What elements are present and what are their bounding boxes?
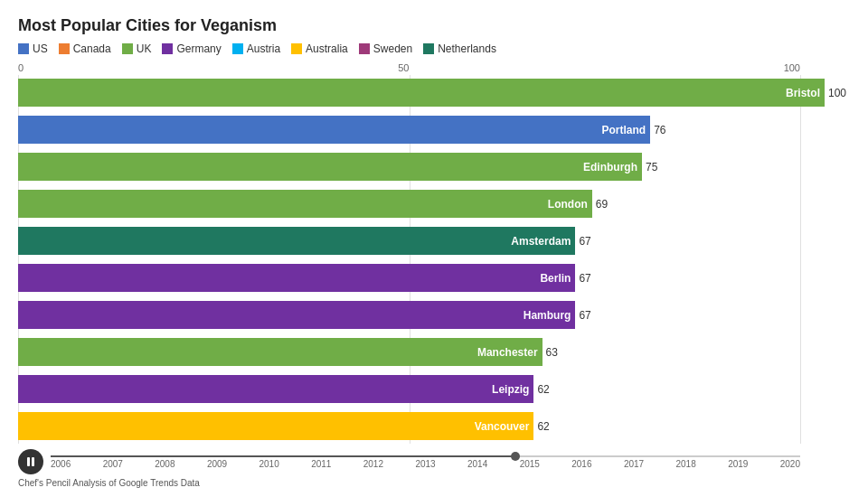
timeline-year-label: 2012 [363,459,383,469]
legend-item: UK [122,42,152,55]
bar-row: Hamburg67 [18,297,850,333]
pause-button[interactable] [18,449,43,474]
bar-row: Leipzig62 [18,371,850,407]
bar-city-label: Portland [602,124,651,136]
axis-label-100: 100 [784,62,800,73]
bar-hamburg: Hamburg [18,301,575,330]
bar-wrapper: Bristol100 [18,75,850,110]
bar-berlin: Berlin [18,264,575,293]
bar-city-label: Amsterdam [511,235,575,248]
timeline-year-label: 2016 [571,459,591,469]
footer-text: Chef's Pencil Analysis of Google Trends … [18,478,850,488]
timeline-year-label: 2013 [415,459,435,469]
bar-row: Bristol100 [18,75,850,110]
bar-city-label: Berlin [540,272,575,285]
bar-row: Amsterdam67 [18,223,850,258]
timeline-year-label: 2006 [51,459,71,469]
timeline-track[interactable]: 2006200720082009201020112012201320142015… [51,451,800,473]
legend-item: Canada [59,42,111,55]
bar-value-label: 62 [537,383,559,396]
bar-value-label: 67 [579,309,600,322]
axis-top: 050100 [18,62,850,73]
timeline-progress [51,455,515,457]
bar-wrapper: Leipzig62 [18,371,850,407]
bar-london: London [18,190,592,219]
bar-wrapper: Vancouver62 [18,408,850,444]
bar-wrapper: Berlin67 [18,260,850,295]
bars-area: Bristol100Portland76Edinburgh75London69A… [18,75,850,444]
timeline-year-label: 2017 [624,459,644,469]
bar-wrapper: Amsterdam67 [18,223,850,258]
bar-amsterdam: Amsterdam [18,227,575,256]
bar-leipzig: Leipzig [18,375,533,404]
bar-wrapper: London69 [18,186,850,221]
timeline-year-label: 2018 [676,459,696,469]
bar-bristol: Bristol [18,79,825,108]
bar-city-label: Vancouver [475,420,534,433]
axis-label-0: 0 [18,62,24,73]
timeline-year-label: 2011 [311,459,331,469]
pause-icon [27,457,34,466]
axis-label-50: 50 [398,62,409,73]
bar-value-label: 62 [537,420,559,433]
bar-value-label: 67 [579,272,600,285]
bar-row: Edinburgh75 [18,149,850,184]
timeline-year-label: 2014 [467,459,487,469]
timeline-line [51,455,800,457]
bar-value-label: 100 [828,87,850,99]
bar-city-label: Hamburg [524,309,576,322]
bar-wrapper: Portland76 [18,112,850,147]
bar-city-label: Bristol [786,87,825,99]
legend-item: Germany [162,42,221,55]
legend-item: Netherlands [423,42,496,55]
timeline-year-label: 2010 [259,459,279,469]
chart-container: Most Popular Cities for Veganism USCanad… [0,0,868,497]
bar-city-label: Edinburgh [583,161,642,173]
bar-portland: Portland [18,116,650,145]
legend-item: Australia [291,42,348,55]
bar-city-label: Manchester [477,346,542,359]
chart-area: 050100 Bristol100Portland76Edinburgh75Lo… [18,62,850,444]
bar-value-label: 63 [546,346,568,359]
bar-wrapper: Manchester63 [18,334,850,370]
bar-city-label: London [548,198,592,211]
timeline-year-label: 2008 [155,459,175,469]
bar-wrapper: Edinburgh75 [18,149,850,184]
bar-row: Berlin67 [18,260,850,295]
timeline-area: 2006200720082009201020112012201320142015… [18,449,850,474]
bar-manchester: Manchester [18,338,542,367]
bar-wrapper: Hamburg67 [18,297,850,333]
bar-vancouver: Vancouver [18,412,533,441]
timeline-year-label: 2019 [728,459,748,469]
timeline-year-label: 2009 [207,459,227,469]
legend: USCanadaUKGermanyAustriaAustraliaSwedenN… [18,42,850,55]
bar-value-label: 67 [579,235,600,248]
timeline-year-label: 2015 [520,459,540,469]
timeline-thumb [511,452,520,461]
bar-row: London69 [18,186,850,221]
legend-item: Sweden [359,42,412,55]
legend-item: US [18,42,48,55]
timeline-labels: 2006200720082009201020112012201320142015… [51,459,800,469]
bar-row: Vancouver62 [18,408,850,444]
bar-row: Manchester63 [18,334,850,370]
timeline-year-label: 2007 [103,459,123,469]
timeline-year-label: 2020 [780,459,800,469]
chart-title: Most Popular Cities for Veganism [18,16,850,35]
bar-edinburgh: Edinburgh [18,153,642,182]
bar-row: Portland76 [18,112,850,147]
bar-city-label: Leipzig [492,383,533,396]
legend-item: Austria [232,42,280,55]
bar-value-label: 69 [596,198,618,211]
bar-value-label: 76 [654,124,675,136]
bar-value-label: 75 [646,161,667,173]
